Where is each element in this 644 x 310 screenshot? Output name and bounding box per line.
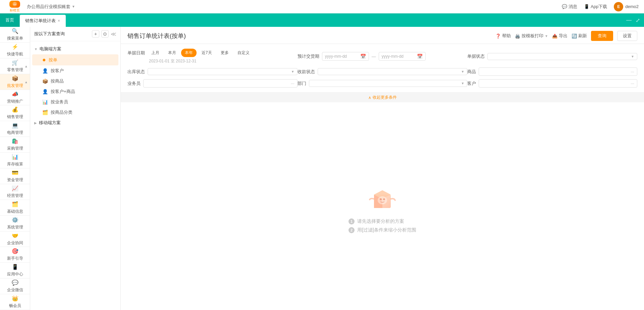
sidebar-item-shortcut[interactable]: ⚡ 快捷导航 bbox=[0, 43, 30, 58]
calendar-start-icon: 📅 bbox=[360, 54, 366, 59]
collapse-filter-button[interactable]: ∧ 收起更多条件 bbox=[121, 92, 644, 102]
department-select[interactable]: ▼ bbox=[309, 80, 468, 87]
sidebar-retail-label: 零售管理 bbox=[7, 67, 23, 73]
date-range-display: 2023-01-01 至 2023-12-31 bbox=[149, 58, 196, 64]
left-panel: 按以下方案查询 + ⊙ ≪ ▼ bbox=[30, 27, 121, 310]
avatar: E bbox=[614, 2, 623, 11]
payment-status-select[interactable]: ▼ bbox=[318, 68, 468, 75]
preset-this-year[interactable]: 本年 bbox=[181, 49, 197, 57]
template-print-button[interactable]: 🖨️ 按模板打印 ▼ bbox=[515, 33, 548, 39]
refresh-label: 刷新 bbox=[578, 33, 587, 39]
preset-last-month[interactable]: 上月 bbox=[148, 49, 163, 57]
preset-7days[interactable]: 近7天 bbox=[198, 49, 216, 57]
expected-date-filter: 预计交货期 yyyy-mm-dd 📅 — yyyy-mm-dd 📅 bbox=[298, 49, 468, 64]
customer-more-icon[interactable]: ··· bbox=[631, 81, 634, 86]
tab-home[interactable]: 首页 bbox=[0, 13, 20, 27]
minimize-window-icon[interactable]: — bbox=[626, 17, 632, 23]
company-selector[interactable]: 办公用品行业模拟账套 ▼ bbox=[27, 4, 75, 10]
sidebar-item-operation[interactable]: 📈 经营管理 bbox=[0, 184, 30, 200]
preset-this-month[interactable]: 本月 bbox=[164, 49, 180, 57]
sidebar-item-sales[interactable]: 💰 销售管理 bbox=[0, 105, 30, 121]
wholesale-icon: 📦 bbox=[12, 75, 18, 82]
top-bar: 标橙页 办公用品行业模拟账套 ▼ 💬 消息 📱 App下载 E demo2 bbox=[0, 0, 644, 13]
product-input[interactable]: ··· bbox=[479, 67, 637, 76]
page-actions: ❓ 帮助 🖨️ 按模板打印 ▼ 📤 导出 🔄 刷新 bbox=[495, 31, 637, 41]
tree-item-by-category[interactable]: 🗂️ 按商品分类 bbox=[32, 107, 118, 117]
sidebar-item-search[interactable]: 🔍 搜索菜单 bbox=[0, 27, 30, 43]
message-button[interactable]: 💬 消息 bbox=[562, 4, 577, 10]
tab-close-icon[interactable]: × bbox=[58, 18, 60, 23]
tree-group-desktop: ▼ 电脑端方案 ● 按单 👤 按客户 📦 按商品 bbox=[30, 44, 120, 117]
tree-item-by-order[interactable]: ● 按单 bbox=[32, 54, 118, 65]
bill-status-arrow-icon: ▼ bbox=[631, 55, 634, 58]
sidebar-sales-label: 销售管理 bbox=[7, 114, 23, 120]
sidebar-item-marketing[interactable]: 📣 营销推广 bbox=[0, 90, 30, 106]
user-area[interactable]: E demo2 bbox=[614, 2, 639, 11]
payment-status-label: 收款状态 bbox=[298, 69, 315, 75]
left-panel-title: 按以下方案查询 bbox=[34, 31, 65, 37]
left-panel-actions: + ⊙ ≪ bbox=[92, 30, 116, 38]
tab-active-label: 销售订单统计表 bbox=[25, 18, 56, 24]
sidebar-item-enterprise[interactable]: 🤝 企业协同 bbox=[0, 231, 30, 247]
svg-point-0 bbox=[12, 2, 17, 6]
tab-sales-order-stats[interactable]: 销售订单统计表 × bbox=[20, 15, 66, 27]
expected-date-start-input[interactable]: yyyy-mm-dd 📅 bbox=[322, 52, 369, 61]
tree-item-by-cust-prod[interactable]: 👤 按客户+商品 bbox=[32, 87, 118, 97]
sidebar-item-basic[interactable]: 🗂️ 基础信息 bbox=[0, 200, 30, 216]
sidebar-item-wechat[interactable]: 💬 企业微信 bbox=[0, 278, 30, 294]
appcenter-icon: 📱 bbox=[12, 264, 18, 270]
tree-group-desktop-header[interactable]: ▼ 电脑端方案 bbox=[30, 44, 120, 54]
sidebar-item-purchase[interactable]: 🛍️ 采购管理 bbox=[0, 137, 30, 153]
search-button[interactable]: 查询 bbox=[591, 31, 613, 41]
help-button[interactable]: ❓ 帮助 bbox=[495, 33, 511, 39]
sidebar-item-ecommerce[interactable]: 💻 电商管理 bbox=[0, 121, 30, 137]
empty-tip-1: 1 请先选择要分析的方案 bbox=[348, 218, 416, 224]
preset-more[interactable]: 更多 bbox=[217, 49, 232, 57]
tree-item-by-customer[interactable]: 👤 按客户 bbox=[32, 66, 118, 76]
delivery-status-select[interactable]: ▼ bbox=[148, 68, 298, 75]
sidebar-item-finance[interactable]: 💳 资金管理 bbox=[0, 168, 30, 184]
maximize-window-icon[interactable]: ⤢ bbox=[636, 17, 640, 23]
collapse-panel-button[interactable]: ≪ bbox=[111, 31, 116, 37]
help-icon: ❓ bbox=[495, 34, 501, 39]
sidebar-item-inventory[interactable]: 📊 库存核算 bbox=[0, 153, 30, 168]
expected-date-end-input[interactable]: yyyy-mm-dd 📅 bbox=[379, 52, 426, 61]
refresh-button[interactable]: 🔄 刷新 bbox=[572, 33, 587, 39]
date-start-placeholder: yyyy-mm-dd bbox=[325, 54, 347, 59]
app-download-button[interactable]: 📱 App下载 bbox=[584, 4, 607, 10]
svg-point-6 bbox=[383, 198, 385, 200]
retail-icon: 🛒 bbox=[12, 59, 18, 66]
sidebar-item-wholesale[interactable]: 📦 批发管理 ▲ bbox=[0, 74, 30, 90]
sidebar-item-system[interactable]: ⚙️ 系统管理 bbox=[0, 216, 30, 231]
collapse-filter-label: 收起更多条件 bbox=[373, 95, 397, 100]
bill-status-select[interactable]: ▼ bbox=[487, 53, 637, 60]
tip-2-number: 2 bbox=[348, 227, 355, 233]
settings-button[interactable]: 设置 bbox=[617, 31, 637, 41]
sidebar-wechat-label: 企业微信 bbox=[7, 287, 23, 293]
edit-icon: ⊙ bbox=[103, 31, 107, 37]
sidebar-item-appcenter[interactable]: 📱 应用中心 bbox=[0, 263, 30, 278]
edit-scheme-button[interactable]: ⊙ bbox=[101, 30, 109, 38]
wechat-icon: 💬 bbox=[12, 279, 18, 286]
tree-item-by-staff[interactable]: 📊 按业务员 bbox=[32, 97, 118, 107]
inventory-icon: 📊 bbox=[12, 154, 18, 160]
logo: 标橙页 bbox=[5, 1, 24, 13]
logo-text: 标橙页 bbox=[10, 8, 20, 13]
sidebar-item-retail[interactable]: 🛒 零售管理 ▲ bbox=[0, 58, 30, 74]
sidebar-item-vip[interactable]: 👑 畅会员 bbox=[0, 294, 30, 310]
salesperson-more-icon[interactable]: ··· bbox=[291, 81, 294, 86]
export-button[interactable]: 📤 导出 bbox=[552, 33, 568, 39]
sidebar-item-newbie[interactable]: 🎯 新手引导 bbox=[0, 247, 30, 263]
customer-input[interactable]: ··· bbox=[479, 79, 637, 88]
salesperson-input[interactable]: ··· bbox=[143, 79, 298, 88]
add-scheme-button[interactable]: + bbox=[92, 30, 99, 38]
bill-status-filter: 单据状态 ▼ bbox=[467, 49, 637, 64]
sidebar-shortcut-label: 快捷导航 bbox=[7, 51, 23, 57]
tree-item-by-product[interactable]: 📦 按商品 bbox=[32, 76, 118, 86]
tree-group-mobile-header[interactable]: ▶ 移动端方案 bbox=[30, 118, 120, 128]
preset-custom[interactable]: 自定义 bbox=[234, 49, 253, 57]
by-staff-icon: 📊 bbox=[42, 99, 48, 105]
page-header: 销售订单统计表(按单) ❓ 帮助 🖨️ 按模板打印 ▼ 📤 导出 bbox=[121, 27, 644, 44]
wholesale-expand-icon: ▲ bbox=[24, 80, 28, 84]
product-more-icon[interactable]: ··· bbox=[631, 69, 634, 74]
